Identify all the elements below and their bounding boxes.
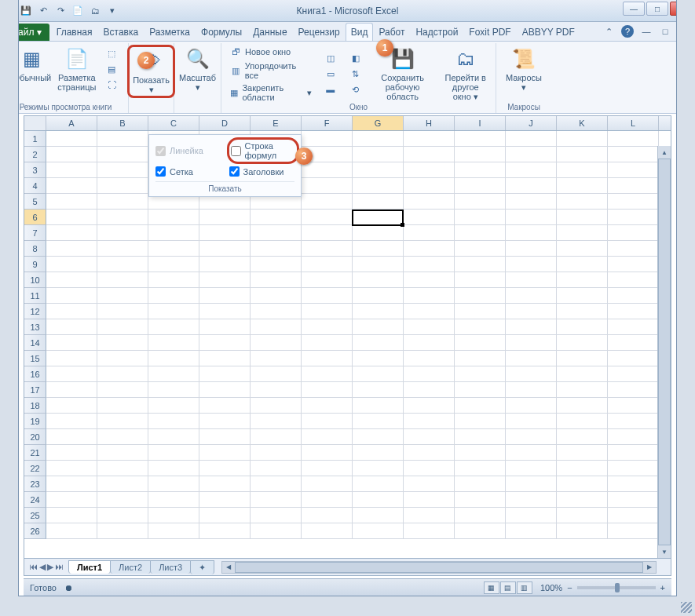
pagebreak-button[interactable]: ⬚ [102, 46, 121, 60]
cell[interactable] [455, 461, 506, 476]
cell[interactable] [199, 288, 251, 304]
cell[interactable] [302, 319, 353, 335]
cell[interactable] [46, 414, 97, 429]
cell[interactable] [506, 429, 557, 445]
cell[interactable] [46, 429, 97, 445]
vscroll-thumb[interactable] [658, 159, 671, 545]
cell[interactable] [404, 335, 455, 351]
cell[interactable] [404, 210, 455, 225]
cell[interactable] [404, 429, 455, 445]
cell[interactable] [404, 476, 455, 492]
cell[interactable] [353, 147, 404, 162]
cell[interactable] [353, 241, 404, 257]
cell[interactable] [506, 492, 557, 508]
cell[interactable] [557, 366, 608, 382]
cell[interactable] [455, 523, 506, 539]
cell[interactable] [557, 382, 608, 398]
cell[interactable] [506, 272, 557, 288]
side-by-side-button[interactable]: ◧ [346, 51, 365, 65]
qat-extra2-icon[interactable]: 🗂 [88, 4, 102, 18]
cell[interactable] [455, 351, 506, 366]
cell[interactable] [353, 210, 404, 225]
cell[interactable] [199, 241, 251, 257]
cell[interactable] [46, 335, 97, 351]
cell[interactable] [506, 241, 557, 257]
doc-min-icon[interactable]: — [640, 25, 653, 38]
view-normal-icon[interactable]: ▦ [484, 581, 499, 594]
scroll-up-icon[interactable]: ▲ [658, 146, 671, 159]
cell[interactable] [302, 398, 353, 414]
cell[interactable] [199, 351, 251, 366]
cell[interactable] [557, 288, 608, 304]
row-header[interactable]: 24 [24, 492, 46, 508]
row-header[interactable]: 17 [24, 382, 46, 398]
cell[interactable] [251, 210, 302, 225]
cell[interactable] [557, 492, 608, 508]
cell[interactable] [404, 445, 455, 461]
cell[interactable] [608, 162, 659, 178]
cell[interactable] [46, 461, 97, 476]
cell[interactable] [97, 366, 148, 382]
cell[interactable] [608, 445, 659, 461]
cell[interactable] [608, 492, 659, 508]
unhide-button[interactable]: ▬ [321, 82, 340, 97]
cell[interactable] [608, 461, 659, 476]
row-header[interactable]: 2 [24, 147, 46, 162]
cell[interactable] [302, 476, 353, 492]
cell[interactable] [404, 304, 455, 319]
cell[interactable] [404, 523, 455, 539]
cell[interactable] [97, 461, 148, 476]
cell[interactable] [302, 257, 353, 272]
cell[interactable] [148, 241, 199, 257]
cell[interactable] [557, 194, 608, 210]
cell[interactable] [455, 241, 506, 257]
cell[interactable] [302, 225, 353, 241]
cell[interactable] [506, 304, 557, 319]
cell[interactable] [506, 147, 557, 162]
cell[interactable] [97, 445, 148, 461]
cell[interactable] [353, 335, 404, 351]
cell[interactable] [199, 398, 251, 414]
horizontal-scrollbar[interactable]: ◀ ▶ [221, 561, 657, 574]
cell[interactable] [97, 476, 148, 492]
cell[interactable] [506, 476, 557, 492]
cell[interactable] [302, 210, 353, 225]
split-button[interactable]: ◫ [321, 51, 340, 65]
cell[interactable] [46, 351, 97, 366]
cell[interactable] [506, 257, 557, 272]
cell[interactable] [608, 508, 659, 523]
cell[interactable] [455, 366, 506, 382]
cell[interactable] [608, 319, 659, 335]
cell[interactable] [199, 382, 251, 398]
cell[interactable] [97, 304, 148, 319]
zoom-button[interactable]: 🔍 Масштаб▾ [176, 45, 219, 93]
cell[interactable] [251, 351, 302, 366]
cell[interactable] [251, 461, 302, 476]
cell[interactable] [302, 414, 353, 429]
cell[interactable] [199, 257, 251, 272]
cell[interactable] [251, 225, 302, 241]
cell[interactable] [557, 131, 608, 147]
tab-data[interactable]: Данные [247, 23, 292, 41]
cell[interactable] [46, 476, 97, 492]
cell[interactable] [199, 366, 251, 382]
cell[interactable] [302, 508, 353, 523]
cell[interactable] [353, 288, 404, 304]
row-header[interactable]: 18 [24, 398, 46, 414]
cell[interactable] [251, 523, 302, 539]
cell[interactable] [353, 272, 404, 288]
cell[interactable] [46, 194, 97, 210]
cell[interactable] [97, 147, 148, 162]
tab-layout[interactable]: Разметка [144, 23, 196, 41]
tab-review[interactable]: Рецензир [293, 23, 346, 41]
cell[interactable] [455, 210, 506, 225]
cell[interactable] [557, 508, 608, 523]
cell[interactable] [557, 225, 608, 241]
qat-redo-icon[interactable]: ↷ [53, 4, 68, 18]
scroll-left-icon[interactable]: ◀ [222, 562, 235, 573]
cell[interactable] [46, 210, 97, 225]
formula-bar-checkbox[interactable]: Строка формул [227, 137, 300, 164]
normal-view-button[interactable]: ▦ Обычный [10, 45, 55, 93]
row-header[interactable]: 1 [24, 131, 46, 147]
cell[interactable] [97, 225, 148, 241]
